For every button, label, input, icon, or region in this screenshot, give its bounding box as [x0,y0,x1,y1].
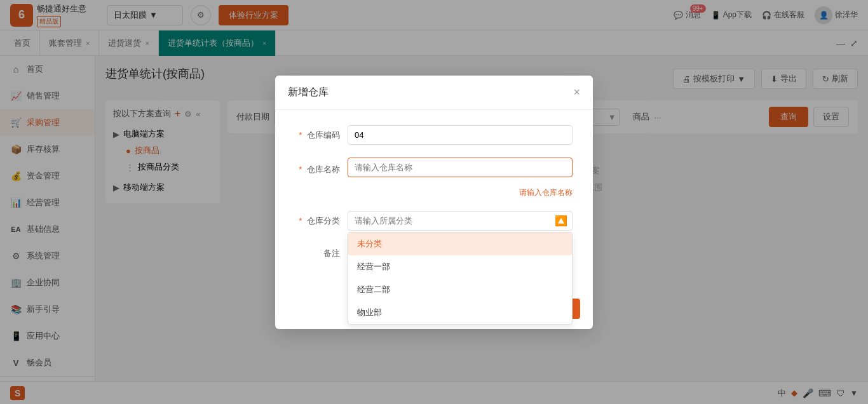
category-select-wrapper: 🔼 未分类 经营一部 经营二部 物业部 [348,211,573,231]
warehouse-code-input[interactable] [348,125,573,145]
name-field-row: * 仓库名称 请输入仓库名称 [295,158,573,198]
name-error-message: 请输入仓库名称 [519,187,573,198]
category-input[interactable] [348,211,573,231]
modal-title: 新增仓库 [288,86,329,99]
dropdown-item-dept1[interactable]: 经营一部 [348,255,572,278]
dropdown-item-dept2[interactable]: 经营二部 [348,278,572,301]
code-field-row: * 仓库编码 [295,125,573,145]
warehouse-name-input[interactable] [348,158,573,177]
modal-overlay: 新增仓库 × * 仓库编码 * 仓库名称 [0,0,868,404]
category-dropdown-list: 未分类 经营一部 经营二部 物业部 [348,232,573,325]
add-warehouse-modal: 新增仓库 × * 仓库编码 * 仓库名称 [275,76,593,329]
modal-header: 新增仓库 × [275,76,593,110]
modal-body: * 仓库编码 * 仓库名称 请输入仓库名称 [275,110,593,291]
dropdown-item-dept3[interactable]: 物业部 [348,301,572,324]
category-field-row: * 仓库分类 🔼 未分类 经营一部 经营二部 物业部 [295,211,573,231]
modal-close-button[interactable]: × [573,86,580,99]
dropdown-item-unclassified[interactable]: 未分类 [348,232,572,255]
